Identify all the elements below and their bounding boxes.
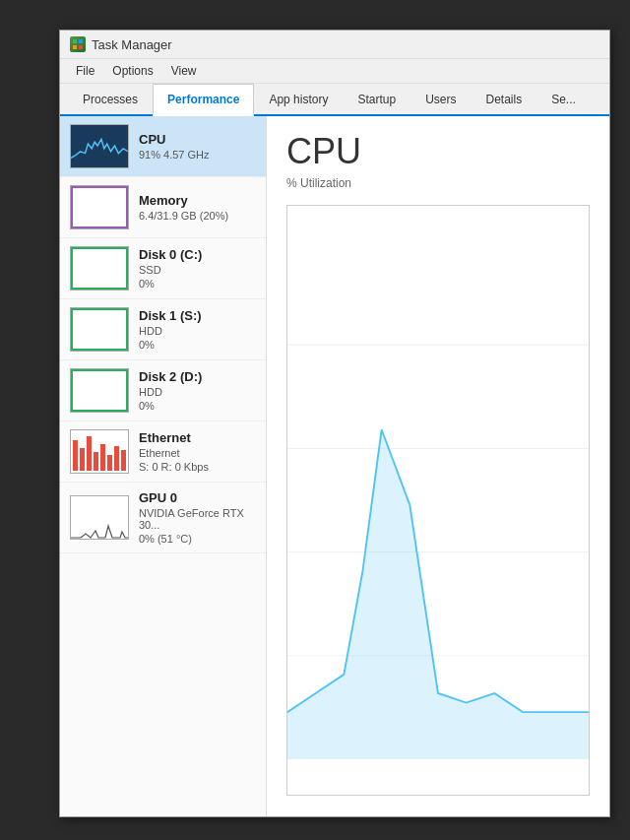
cpu-utilization-chart	[286, 205, 590, 796]
disk2-thumbnail	[70, 368, 129, 413]
sidebar-item-gpu0[interactable]: GPU 0 NVIDIA GeForce RTX 30... 0% (51 °C…	[60, 483, 266, 553]
ethernet-detail2: S: 0 R: 0 Kbps	[139, 461, 256, 473]
tab-performance[interactable]: Performance	[153, 84, 254, 116]
gpu0-info: GPU 0 NVIDIA GeForce RTX 30... 0% (51 °C…	[139, 490, 256, 545]
app-icon	[70, 36, 86, 52]
tab-apphistory[interactable]: App history	[254, 84, 343, 116]
task-manager-window: Task Manager File Options View Processes…	[59, 30, 610, 817]
ethernet-name: Ethernet	[139, 430, 256, 445]
menu-options[interactable]: Options	[104, 61, 160, 81]
menu-view[interactable]: View	[163, 61, 205, 81]
tab-details[interactable]: Details	[471, 84, 536, 116]
svg-rect-3	[79, 45, 83, 49]
memory-thumbnail	[70, 185, 129, 229]
disk1-info: Disk 1 (S:) HDD 0%	[139, 308, 256, 351]
cpu-info: CPU 91% 4.57 GHz	[139, 132, 256, 161]
svg-rect-2	[73, 45, 77, 49]
sidebar-item-memory[interactable]: Memory 6.4/31.9 GB (20%)	[60, 177, 266, 238]
cpu-name: CPU	[139, 132, 256, 147]
disk1-name: Disk 1 (S:)	[139, 308, 256, 323]
gpu0-detail1: NVIDIA GeForce RTX 30...	[139, 507, 256, 531]
ethernet-detail1: Ethernet	[139, 447, 256, 459]
sidebar: CPU 91% 4.57 GHz Memory 6.4/31.9 GB (20%…	[60, 116, 267, 816]
disk0-info: Disk 0 (C:) SSD 0%	[139, 247, 256, 290]
sidebar-item-disk0[interactable]: Disk 0 (C:) SSD 0%	[60, 238, 266, 299]
sidebar-item-disk1[interactable]: Disk 1 (S:) HDD 0%	[60, 299, 266, 360]
disk2-name: Disk 2 (D:)	[139, 369, 256, 384]
svg-rect-5	[71, 496, 129, 540]
memory-info: Memory 6.4/31.9 GB (20%)	[139, 193, 256, 222]
content-area: CPU 91% 4.57 GHz Memory 6.4/31.9 GB (20%…	[60, 116, 609, 816]
main-panel: CPU % Utilization	[267, 116, 609, 816]
main-subtitle: % Utilization	[286, 176, 590, 190]
disk2-detail2: 0%	[139, 400, 256, 412]
disk0-detail1: SSD	[139, 264, 256, 276]
disk1-detail2: 0%	[139, 339, 256, 351]
main-title: CPU	[286, 131, 590, 172]
tab-users[interactable]: Users	[410, 84, 471, 116]
memory-detail: 6.4/31.9 GB (20%)	[139, 210, 256, 222]
svg-rect-0	[73, 39, 77, 43]
ethernet-info: Ethernet Ethernet S: 0 R: 0 Kbps	[139, 430, 256, 473]
sidebar-item-disk2[interactable]: Disk 2 (D:) HDD 0%	[60, 360, 266, 421]
cpu-thumbnail	[70, 124, 129, 168]
disk2-info: Disk 2 (D:) HDD 0%	[139, 369, 256, 412]
tab-services[interactable]: Se...	[536, 84, 591, 116]
tab-bar: Processes Performance App history Startu…	[60, 84, 609, 116]
cpu-chart-container	[286, 205, 590, 796]
window-title: Task Manager	[92, 37, 172, 52]
memory-name: Memory	[139, 193, 256, 208]
disk1-detail1: HDD	[139, 325, 256, 337]
ethernet-thumbnail	[70, 429, 129, 474]
cpu-detail: 91% 4.57 GHz	[139, 149, 256, 161]
menu-bar: File Options View	[60, 59, 609, 84]
menu-file[interactable]: File	[68, 61, 102, 81]
disk0-detail2: 0%	[139, 278, 256, 290]
disk2-detail1: HDD	[139, 386, 256, 398]
gpu0-name: GPU 0	[139, 490, 256, 505]
svg-marker-10	[287, 429, 589, 759]
disk0-name: Disk 0 (C:)	[139, 247, 256, 262]
svg-rect-4	[71, 125, 128, 167]
title-bar: Task Manager	[60, 31, 609, 59]
disk1-thumbnail	[70, 307, 129, 352]
gpu0-detail2: 0% (51 °C)	[139, 533, 256, 545]
tab-processes[interactable]: Processes	[68, 84, 153, 116]
svg-rect-1	[79, 39, 83, 43]
sidebar-item-ethernet[interactable]: Ethernet Ethernet S: 0 R: 0 Kbps	[60, 421, 266, 483]
tab-startup[interactable]: Startup	[343, 84, 410, 116]
disk0-thumbnail	[70, 246, 129, 291]
gpu0-thumbnail	[70, 495, 129, 540]
sidebar-item-cpu[interactable]: CPU 91% 4.57 GHz	[60, 116, 266, 177]
